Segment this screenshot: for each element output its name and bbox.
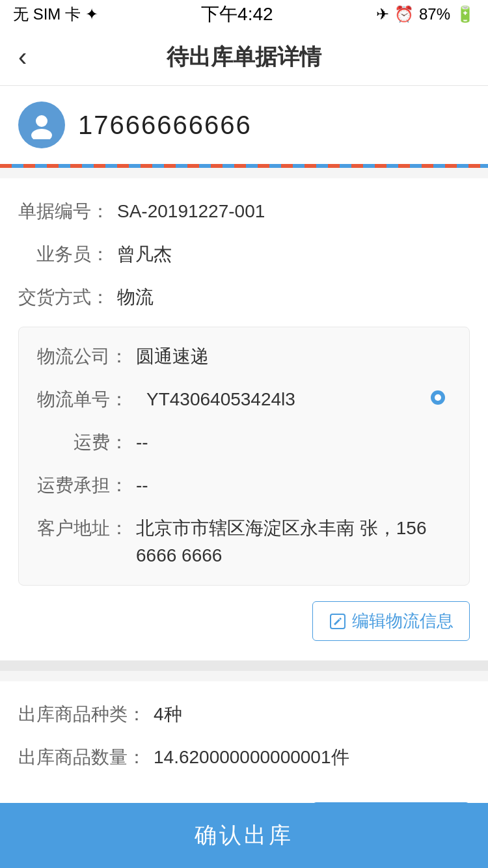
svg-point-3 (435, 394, 441, 401)
status-left: 无 SIM 卡 ✦ (13, 4, 98, 25)
edit-icon (329, 612, 347, 631)
svg-point-1 (31, 129, 52, 139)
company-row: 物流公司： 圆通速递 (37, 343, 451, 370)
company-label: 物流公司： (37, 343, 128, 370)
back-button[interactable]: ‹ (18, 42, 27, 72)
delivery-row: 交货方式： 物流 (18, 284, 470, 311)
order-no-row: 单据编号： SA-20191227-001 (18, 198, 470, 225)
address-row: 客户地址： 北京市市辖区海淀区永丰南 张，156 6666 6666 (37, 515, 451, 569)
map-pin-icon (425, 387, 451, 413)
dashed-divider (0, 164, 488, 168)
svg-point-0 (36, 115, 47, 127)
address-value: 北京市市辖区海淀区永丰南 张，156 6666 6666 (136, 515, 451, 569)
product-quantity-value: 14.620000000000001件 (154, 744, 470, 771)
nav-bar: ‹ 待出库单据详情 (0, 29, 488, 86)
logistics-card: 物流公司： 圆通速递 物流单号： YT43064053424l3 运费： -- … (18, 327, 470, 586)
product-quantity-label: 出库商品数量： (18, 744, 146, 771)
user-header: 17666666666 (0, 86, 488, 164)
product-types-row: 出库商品种类： 4种 (18, 701, 470, 728)
alarm-icon: ⏰ (394, 5, 414, 23)
address-label: 客户地址： (37, 515, 128, 542)
battery-level: 87% (419, 5, 450, 23)
agent-value: 曾凡杰 (117, 241, 470, 268)
status-right: ✈ ⏰ 87% 🔋 (376, 5, 475, 23)
freight-bearer-value: -- (136, 472, 451, 499)
product-quantity-row: 出库商品数量： 14.620000000000001件 (18, 744, 470, 771)
agent-row: 业务员： 曾凡杰 (18, 241, 470, 268)
freight-row: 运费： -- (37, 429, 451, 456)
edit-logistics-label: 编辑物流信息 (352, 610, 454, 632)
freight-label: 运费： (37, 429, 128, 456)
agent-label: 业务员： (18, 241, 109, 268)
order-no-label: 单据编号： (18, 198, 109, 225)
sim-signal: 无 SIM 卡 ✦ (13, 4, 98, 25)
tracking-value: YT43064053424l3 (146, 386, 414, 413)
delivery-value: 物流 (117, 284, 470, 311)
order-no-value: SA-20191227-001 (117, 198, 470, 225)
tracking-label: 物流单号： (37, 386, 128, 413)
avatar (18, 102, 65, 148)
user-icon (27, 111, 56, 139)
delivery-label: 交货方式： (18, 284, 109, 311)
page-title: 待出库单据详情 (167, 42, 321, 72)
status-time: 下午4:42 (201, 2, 273, 27)
confirm-button[interactable]: 确认出库 (0, 803, 488, 868)
freight-bearer-row: 运费承担： -- (37, 472, 451, 499)
tracking-row: 物流单号： YT43064053424l3 (37, 386, 451, 413)
freight-value: -- (136, 429, 451, 456)
company-value: 圆通速递 (136, 343, 451, 370)
confirm-button-label: 确认出库 (195, 821, 293, 850)
edit-logistics-button[interactable]: 编辑物流信息 (312, 601, 470, 641)
user-phone: 17666666666 (78, 111, 252, 140)
status-bar: 无 SIM 卡 ✦ 下午4:42 ✈ ⏰ 87% 🔋 (0, 0, 488, 29)
battery-icon: 🔋 (455, 5, 475, 23)
edit-btn-container: 编辑物流信息 (18, 586, 470, 641)
section-divider (0, 660, 488, 671)
location-icon: ✈ (376, 5, 389, 23)
order-info-section: 单据编号： SA-20191227-001 业务员： 曾凡杰 交货方式： 物流 … (0, 178, 488, 660)
product-types-label: 出库商品种类： (18, 701, 146, 728)
freight-bearer-label: 运费承担： (37, 472, 128, 499)
product-types-value: 4种 (154, 701, 470, 728)
